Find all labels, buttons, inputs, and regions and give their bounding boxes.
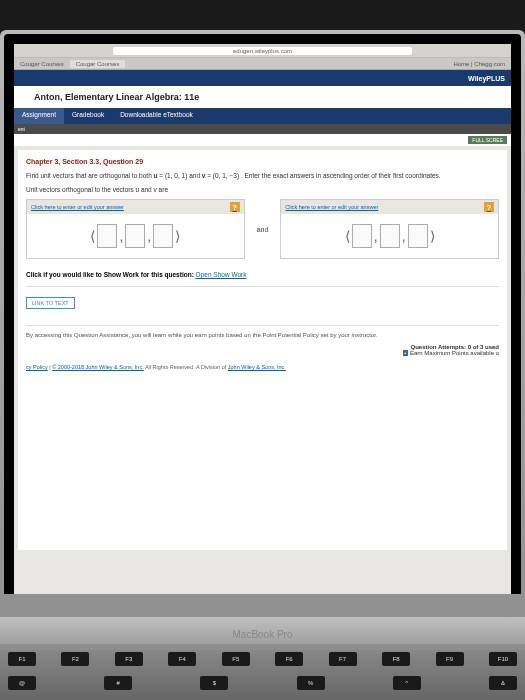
input-slot[interactable] [97,224,117,248]
and-label: and [257,226,269,233]
enter-hint-1[interactable]: Click here to enter or edit your answer [31,204,124,210]
bracket-open: ⟨ [345,228,350,244]
policy-link[interactable]: cy Policy [26,364,48,370]
bookmark-cougar-tab[interactable]: Cougar Courses [70,60,126,68]
assistance-note: By accessing this Question Assistance, y… [26,332,499,338]
macbook-label: MacBook Pro [0,617,525,644]
bookmark-chegg[interactable]: Home | Chegg.com [453,61,505,67]
tab-gradebook[interactable]: Gradebook [64,108,112,124]
key[interactable]: F4 [168,652,196,666]
divider [26,325,499,326]
comma: , [374,228,378,244]
bookmark-cougar[interactable]: Cougar Courses [20,61,64,67]
input-slot[interactable] [380,224,400,248]
question-header: Chapter 3, Section 3.3, Question 29 [26,158,499,165]
laptop-frame: edugen.wileyplus.com Cougar Courses Coug… [0,30,525,700]
divider [26,286,499,287]
bracket-close: ⟩ [430,228,435,244]
key[interactable]: & [489,676,517,690]
bracket-close: ⟩ [175,228,180,244]
url-field[interactable]: edugen.wileyplus.com [113,47,411,55]
points-badge: ▪ [403,350,409,356]
key[interactable]: % [297,676,325,690]
sub-bar: ent [14,124,511,134]
key[interactable]: @ [8,676,36,690]
key[interactable]: $ [200,676,228,690]
key[interactable]: F8 [382,652,410,666]
bookmarks-bar: Cougar Courses Cougar Courses Home | Che… [14,58,511,70]
key[interactable]: # [104,676,132,690]
screen: edugen.wileyplus.com Cougar Courses Coug… [14,44,511,594]
key[interactable]: F9 [436,652,464,666]
show-work: Click if you would like to Show Work for… [26,271,499,278]
key[interactable]: F3 [115,652,143,666]
input-slot[interactable] [352,224,372,248]
key[interactable]: F2 [61,652,89,666]
attempts: Question Attempts: 0 of 3 used ▪ Earn Ma… [26,344,499,356]
wiley-header: WileyPLUS [14,70,511,86]
input-slot[interactable] [153,224,173,248]
tab-etextbook[interactable]: Downloadable eTextbook [112,108,201,124]
sub-bar-text: ent [18,126,25,132]
key[interactable]: ^ [393,676,421,690]
comma: , [119,228,123,244]
answer-row: Click here to enter or edit your answer … [26,199,499,259]
comma: , [147,228,151,244]
content-area: Chapter 3, Section 3.3, Question 29 Find… [18,150,507,550]
keyboard: F1 F2 F3 F4 F5 F6 F7 F8 F9 F10 @ # $ % ^… [0,650,525,700]
tab-assignment[interactable]: Assignment [14,108,64,124]
nav-tabs: Assignment Gradebook Downloadable eTextb… [14,108,511,124]
vector-input-1: ⟨ , , ⟩ [27,214,244,258]
key[interactable]: F6 [275,652,303,666]
enter-hint-2[interactable]: Click here to enter or edit your answer [285,204,378,210]
input-slot[interactable] [408,224,428,248]
key[interactable]: F10 [489,652,517,666]
full-screen-button[interactable]: FULL SCREE [468,136,507,144]
bracket-open: ⟨ [90,228,95,244]
footer: cy Policy | © 2000-2018 John Wiley & Son… [26,364,499,370]
course-title: Anton, Elementary Linear Algebra: 11e [14,86,511,108]
input-slot[interactable] [125,224,145,248]
key[interactable]: F1 [8,652,36,666]
brand-label: WileyPLUS [468,75,505,82]
key[interactable]: F7 [329,652,357,666]
open-show-work-link[interactable]: Open Show Work [196,271,247,278]
help-icon[interactable]: ? [484,202,494,212]
sub-label: Unit vectors orthogonal to the vectors u… [26,186,499,193]
help-icon[interactable]: ? [230,202,240,212]
copyright-link[interactable]: © 2000-2018 John Wiley & Sons, Inc. [52,364,144,370]
company-link[interactable]: John Wiley & Sons, Inc. [228,364,286,370]
screen-bezel: edugen.wileyplus.com Cougar Courses Coug… [4,34,521,594]
link-to-text-button[interactable]: LINK TO TEXT [26,297,75,309]
comma: , [402,228,406,244]
question-prompt: Find unit vectors that are orthogonal to… [26,171,499,180]
answer-box-2: Click here to enter or edit your answer … [280,199,499,259]
browser-address-bar: edugen.wileyplus.com [14,44,511,58]
vector-input-2: ⟨ , , ⟩ [281,214,498,258]
key[interactable]: F5 [222,652,250,666]
answer-box-1: Click here to enter or edit your answer … [26,199,245,259]
